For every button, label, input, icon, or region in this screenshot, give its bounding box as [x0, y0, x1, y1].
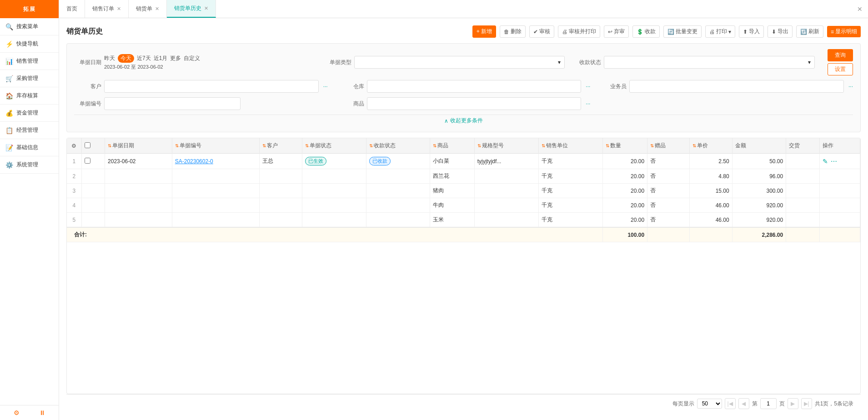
audit-print-button[interactable]: 🖨 审核并打印 — [558, 25, 600, 38]
cell-checkbox[interactable] — [81, 198, 105, 213]
cell-checkbox[interactable] — [81, 184, 105, 198]
cell-actions — [819, 213, 860, 228]
warehouse-dots[interactable]: ··· — [586, 83, 590, 90]
col-doc-status[interactable]: ⇅单据状态 — [302, 138, 366, 154]
cell-checkbox[interactable] — [81, 213, 105, 228]
cell-checkbox[interactable] — [81, 169, 105, 184]
first-page-button[interactable]: |◀ — [725, 398, 736, 409]
batch-change-button[interactable]: 🔄 批量变更 — [663, 25, 702, 38]
sidebar: 拓展 🔍 搜索菜单 ⚡ 快捷导航 📊 销售管理 🛒 采购管理 🏠 库存核算 💰 … — [0, 0, 59, 420]
date-tab-today[interactable]: 今天 — [118, 54, 134, 63]
discard-button[interactable]: ↩ 弃审 — [604, 25, 629, 38]
date-tab-yesterday[interactable]: 昨天 — [104, 55, 115, 62]
sidebar-collapse-icon[interactable]: ⏸ — [39, 409, 45, 416]
col-doc-date[interactable]: ⇅单据日期 — [105, 138, 172, 154]
display-detail-button[interactable]: ≡ 显示明细 — [827, 26, 861, 37]
filter-date-item: 单据日期 昨天 今天 近7天 近1月 更多 自定义 2023-06-02 至 2… — [74, 54, 315, 70]
col-gift[interactable]: ⇅赠品 — [647, 138, 690, 154]
cell-doc-status — [302, 213, 366, 228]
tab-sales-history-close[interactable]: ✕ — [204, 5, 208, 11]
last-page-button[interactable]: ▶| — [801, 398, 812, 409]
tab-sales-delivery-close[interactable]: ✕ — [155, 6, 159, 12]
sidebar-settings-icon[interactable]: ⚙ — [14, 409, 20, 416]
collect-button[interactable]: 💲 收款 — [632, 25, 660, 38]
col-product[interactable]: ⇅商品 — [430, 138, 474, 154]
salesperson-input[interactable] — [629, 80, 844, 93]
filter-product-item: 商品 ··· — [337, 97, 591, 110]
sidebar-item-basic-info[interactable]: 📝 基础信息 — [0, 139, 59, 156]
date-tabs: 昨天 今天 近7天 近1月 更多 自定义 — [104, 54, 200, 63]
export-button[interactable]: ⬇ 导出 — [768, 25, 793, 38]
col-pay-status[interactable]: ⇅收款状态 — [366, 138, 430, 154]
total-empty-gift — [647, 227, 690, 242]
col-spec[interactable]: ⇅规格型号 — [474, 138, 538, 154]
warehouse-input[interactable] — [367, 80, 582, 93]
next-page-button[interactable]: ▶ — [788, 398, 798, 409]
col-unit[interactable]: ⇅销售单位 — [538, 138, 602, 154]
tab-home[interactable]: 首页 — [59, 0, 85, 18]
delete-button[interactable]: 🗑 删除 — [500, 25, 526, 38]
col-price[interactable]: ⇅单价 — [690, 138, 732, 154]
date-tab-1month[interactable]: 近1月 — [154, 55, 168, 62]
tab-sales-delivery[interactable]: 销货单 ✕ — [129, 0, 167, 18]
row-checkbox[interactable] — [85, 158, 90, 164]
sidebar-item-inventory[interactable]: 🏠 库存核算 — [0, 87, 59, 105]
import-button[interactable]: ⬆ 导入 — [739, 25, 764, 38]
filter-row-1: 单据日期 昨天 今天 近7天 近1月 更多 自定义 2023-06-02 至 2… — [74, 49, 853, 75]
cell-qty: 20.00 — [602, 198, 647, 213]
query-button[interactable]: 查询 — [828, 49, 853, 61]
col-customer[interactable]: ⇅客户 — [260, 138, 302, 154]
cell-rownum: 1 — [67, 154, 81, 169]
sidebar-item-label: 基础信息 — [16, 144, 38, 151]
tab-sales-order[interactable]: 销售订单 ✕ — [85, 0, 129, 18]
more-action[interactable]: ⋯ — [831, 158, 837, 165]
sidebar-item-search-menu[interactable]: 🔍 搜索菜单 — [0, 18, 59, 35]
sidebar-item-sales-mgmt[interactable]: 📊 销售管理 — [0, 53, 59, 70]
collapse-button[interactable]: ∧ 收起更多条件 — [74, 115, 853, 126]
customer-dots[interactable]: ··· — [323, 83, 328, 90]
select-all-checkbox[interactable] — [85, 142, 90, 148]
prev-page-button[interactable]: ◀ — [738, 398, 749, 409]
date-tab-custom[interactable]: 自定义 — [184, 55, 200, 62]
cell-checkbox[interactable] — [81, 154, 105, 169]
date-tab-7days[interactable]: 近7天 — [137, 55, 151, 62]
new-button[interactable]: + 新增 — [472, 25, 496, 38]
page-input[interactable] — [760, 398, 777, 409]
page-title: 销货单历史 — [66, 27, 103, 36]
page-size-select[interactable]: 50 100 200 — [697, 399, 722, 409]
doc-no-link[interactable]: SA-20230602-0 — [175, 158, 213, 165]
tab-sales-history[interactable]: 销货单历史 ✕ — [167, 0, 216, 18]
audit-button[interactable]: ✔ 审核 — [529, 25, 554, 38]
sidebar-item-quick-nav[interactable]: ⚡ 快捷导航 — [0, 35, 59, 53]
tab-sales-order-close[interactable]: ✕ — [117, 6, 121, 12]
search-menu-icon: 🔍 — [5, 23, 13, 30]
col-gear[interactable]: ⚙ — [67, 138, 81, 154]
sidebar-item-operations[interactable]: 📋 经营管理 — [0, 122, 59, 139]
sys-mgmt-icon: ⚙️ — [5, 161, 13, 169]
tab-bar-close-button[interactable]: ✕ — [852, 0, 868, 18]
pay-status-select[interactable]: ▾ — [604, 56, 815, 69]
col-qty[interactable]: ⇅数量 — [602, 138, 647, 154]
cell-gift: 否 — [647, 154, 690, 169]
salesperson-label: 业务员 — [599, 83, 627, 90]
sidebar-item-purchase-mgmt[interactable]: 🛒 采购管理 — [0, 70, 59, 87]
refresh-button[interactable]: 🔃 刷新 — [796, 25, 823, 38]
product-input[interactable] — [367, 97, 582, 110]
product-dots[interactable]: ··· — [586, 100, 590, 107]
date-tab-more[interactable]: 更多 — [170, 55, 181, 62]
cell-price: 46.00 — [690, 198, 732, 213]
doc-type-select[interactable]: ▾ — [354, 56, 565, 69]
salesperson-dots[interactable]: ··· — [848, 83, 853, 90]
cell-qty: 20.00 — [602, 184, 647, 198]
col-doc-no[interactable]: ⇅单据编号 — [172, 138, 260, 154]
setting-button[interactable]: 设置 — [828, 63, 853, 75]
cell-doc-status: 已生效 — [302, 154, 366, 169]
customer-input[interactable] — [104, 80, 319, 93]
print-button[interactable]: 🖨 打印 ▾ — [705, 25, 735, 38]
doc-num-input[interactable] — [104, 97, 241, 110]
sidebar-item-finance[interactable]: 💰 资金管理 — [0, 105, 59, 122]
edit-action[interactable]: ✎ — [823, 158, 828, 165]
cell-doc-date — [105, 184, 172, 198]
col-checkbox[interactable] — [81, 138, 105, 154]
sidebar-item-sys-mgmt[interactable]: ⚙️ 系统管理 — [0, 156, 59, 174]
